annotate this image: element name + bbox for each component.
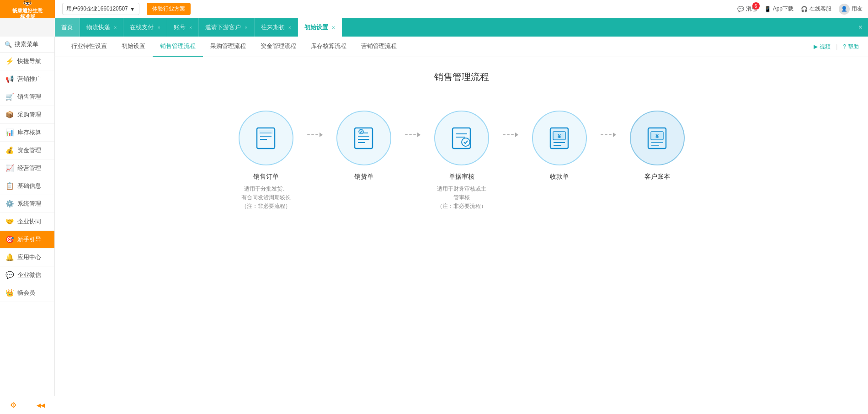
flow-circle-ledger: ¥ [630, 111, 685, 165]
sub-tab-industry-label: 行业特性设置 [71, 42, 107, 49]
step5-name: 客户账本 [644, 173, 670, 181]
sub-tab-init-label: 初始设置 [122, 42, 145, 49]
collapse-button[interactable]: ◀◀ [35, 400, 47, 410]
nav-tab-home[interactable]: 首页 [55, 18, 80, 37]
video-link[interactable]: ▶ 视频 [814, 43, 831, 51]
logo-line1: 畅康通好生意 [12, 8, 43, 14]
app-download-item[interactable]: 📱 App下载 [764, 5, 793, 13]
flow-step-audit[interactable]: 单据审核 适用于财务审核或主管审核（注：非必要流程） [421, 111, 503, 211]
sales-icon: 🛒 [5, 93, 14, 101]
nav-tabs: 首页 物流快递 × 在线支付 × 账号 × 邀请下游客户 × 往来期初 × 初始… [55, 18, 868, 37]
sub-tabs-actions: ▶ 视频 | ? 帮助 [814, 43, 859, 51]
sidebar-item-basic[interactable]: 📋 基础信息 [0, 177, 54, 195]
sub-tabs: 行业特性设置 初始设置 销售管理流程 采购管理流程 资金管理流程 库存核算流程 … [55, 37, 868, 57]
sidebar-item-apps[interactable]: 🔔 应用中心 [0, 249, 54, 266]
help-link[interactable]: ? 帮助 [843, 43, 859, 51]
sidebar-item-collab[interactable]: 🤝 企业协同 [0, 213, 54, 231]
step1-name: 销售订单 [253, 173, 279, 181]
search-icon: 🔍 [5, 41, 12, 48]
flow-step-ledger[interactable]: ¥ 客户账本 [616, 111, 698, 185]
nav-tab-payment[interactable]: 在线支付 × [123, 18, 167, 37]
sub-tab-init[interactable]: 初始设置 [114, 37, 153, 57]
close-icon[interactable]: × [114, 25, 117, 30]
sub-tab-inventory-flow-label: 库存核算流程 [311, 42, 346, 49]
sidebar-item-finance[interactable]: 💰 资金管理 [0, 142, 54, 159]
app-icon: 📱 [764, 6, 771, 12]
nav-tab-home-label: 首页 [61, 23, 73, 32]
sub-tab-industry[interactable]: 行业特性设置 [64, 37, 114, 57]
sub-tab-finance-flow[interactable]: 资金管理流程 [253, 37, 304, 57]
sidebar-item-label: 经营管理 [17, 164, 41, 172]
operation-icon: 📈 [5, 164, 14, 172]
trial-button[interactable]: 体验行业方案 [147, 3, 191, 15]
sub-tab-inventory-flow[interactable]: 库存核算流程 [304, 37, 354, 57]
nav-tab-init[interactable]: 初始设置 × [298, 18, 341, 37]
dropdown-icon: ▼ [130, 6, 135, 12]
svg-point-10 [462, 138, 470, 146]
user-selector[interactable]: 用户690企业1660120507 ▼ [62, 3, 139, 15]
arrow-dashes [503, 133, 518, 137]
page-title: 销售管理流程 [73, 71, 850, 83]
flow-arrow-1 [307, 111, 323, 137]
sidebar-item-purchase[interactable]: 📦 采购管理 [0, 106, 54, 124]
sidebar-item-label: 快捷导航 [17, 57, 41, 65]
newbie-icon: 🎯 [5, 235, 14, 244]
step1-desc: 适用于分批发货、有合同发货周期较长（注：非必要流程） [241, 185, 291, 211]
step4-name: 收款单 [550, 173, 569, 181]
search-label: 搜索菜单 [15, 40, 38, 48]
sidebar-item-system[interactable]: ⚙️ 系统管理 [0, 195, 54, 213]
nav-tab-period-label: 往来期初 [261, 23, 285, 32]
system-icon: ⚙️ [5, 200, 14, 208]
close-icon[interactable]: × [245, 25, 247, 30]
flow-circle-audit [434, 111, 489, 165]
nav-tab-period[interactable]: 往来期初 × [255, 18, 298, 37]
svg-rect-4 [259, 130, 273, 134]
quick-nav-icon: ⚡ [5, 57, 14, 65]
sub-tab-purchase-flow[interactable]: 采购管理流程 [203, 37, 253, 57]
sub-tab-marketing-flow[interactable]: 营销管理流程 [354, 37, 404, 57]
basic-icon: 📋 [5, 182, 14, 190]
service-item[interactable]: 🎧 在线客服 [801, 5, 831, 13]
sidebar-item-marketing[interactable]: 📢 营销推广 [0, 70, 54, 88]
logo: 🐯 畅康通好生意 标准版 [0, 0, 55, 18]
sidebar-item-inventory[interactable]: 📊 库存核算 [0, 124, 54, 142]
apps-icon: 🔔 [5, 253, 14, 261]
nav-tab-invite[interactable]: 邀请下游客户 × [199, 18, 254, 37]
sidebar-item-member[interactable]: 👑 畅会员 [0, 284, 54, 302]
sidebar-item-operation[interactable]: 📈 经营管理 [0, 159, 54, 177]
user-profile[interactable]: 👤 用友 [839, 4, 863, 15]
sidebar-item-wechat[interactable]: 💬 企业微信 [0, 266, 54, 284]
sub-tab-marketing-flow-label: 营销管理流程 [361, 42, 397, 49]
close-all-tabs[interactable]: × [853, 18, 868, 37]
flow-step-payment[interactable]: ¥ 收款单 [518, 111, 601, 185]
close-icon[interactable]: × [189, 25, 192, 30]
flow-step-sales-order[interactable]: 销售订单 适用于分批发货、有合同发货周期较长（注：非必要流程） [225, 111, 307, 211]
nav-tab-invite-label: 邀请下游客户 [205, 23, 241, 32]
sidebar-item-newbie[interactable]: 🎯 新手引导 [0, 231, 54, 249]
close-icon[interactable]: × [157, 25, 160, 30]
close-icon[interactable]: × [332, 25, 335, 30]
message-item[interactable]: 💬 消息 6 [737, 5, 757, 13]
flow-step-delivery[interactable]: 销货单 [323, 111, 405, 185]
sidebar-item-label: 库存核算 [17, 128, 41, 137]
sub-tab-finance-flow-label: 资金管理流程 [261, 42, 296, 49]
sidebar-item-label: 新手引导 [17, 235, 41, 244]
help-label: 帮助 [848, 43, 859, 51]
nav-tab-logistics[interactable]: 物流快递 × [80, 18, 123, 37]
sidebar-item-label: 畅会员 [17, 289, 35, 297]
nav-tab-account[interactable]: 账号 × [167, 18, 199, 37]
settings-button[interactable]: ⚙ [8, 399, 18, 411]
top-bar-left: 🐯 畅康通好生意 标准版 用户690企业1660120507 ▼ 体验行业方案 [0, 0, 191, 18]
sidebar-item-sales[interactable]: 🛒 销售管理 [0, 88, 54, 106]
search-menu[interactable]: 🔍 搜索菜单 [0, 37, 54, 53]
close-icon[interactable]: × [288, 25, 291, 30]
sub-tab-sales-flow[interactable]: 销售管理流程 [153, 37, 203, 57]
user-label: 用户690企业1660120507 [66, 5, 128, 13]
avatar: 👤 [839, 4, 850, 15]
close-all-icon: × [858, 23, 863, 32]
sidebar-item-quick-nav[interactable]: ⚡ 快捷导航 [0, 53, 54, 70]
app-label: App下载 [773, 5, 793, 13]
top-bar: 🐯 畅康通好生意 标准版 用户690企业1660120507 ▼ 体验行业方案 … [0, 0, 868, 18]
main-content: 行业特性设置 初始设置 销售管理流程 采购管理流程 资金管理流程 库存核算流程 … [55, 37, 868, 414]
svg-text:¥: ¥ [558, 133, 561, 139]
